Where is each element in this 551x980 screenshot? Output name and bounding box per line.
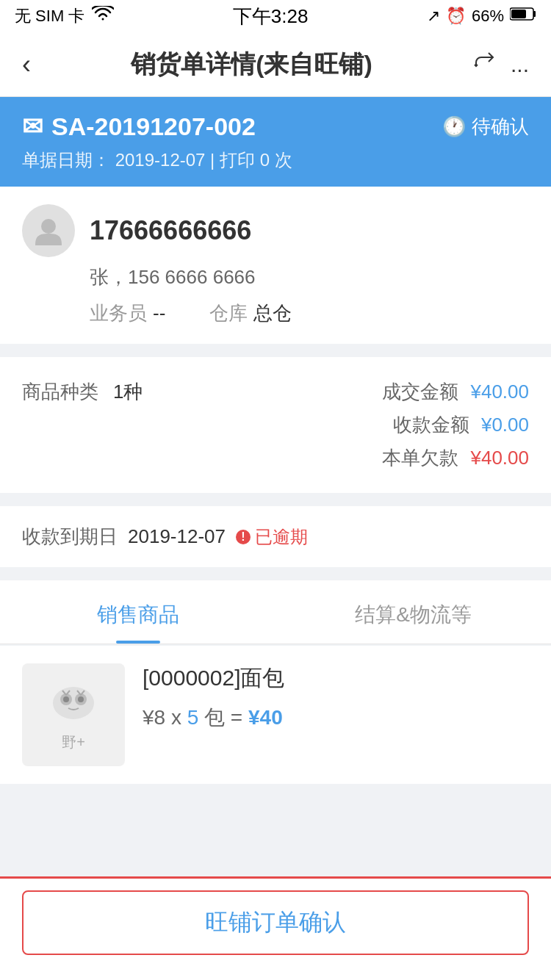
page-title: 销货单详情(来自旺铺) <box>131 48 372 82</box>
staff-info: 业务员 -- <box>90 300 165 326</box>
order-banner: ✉ SA-20191207-002 🕐 待确认 单据日期： 2019-12-07… <box>0 97 551 187</box>
status-carrier: 无 SIM 卡 <box>15 5 114 27</box>
svg-rect-2 <box>511 10 526 18</box>
customer-name: 张，156 6666 6666 <box>22 264 529 290</box>
alarm-icon: ⏰ <box>446 7 466 26</box>
wifi-icon <box>92 6 114 26</box>
divider-1 <box>0 345 551 357</box>
customer-avatar <box>22 204 75 257</box>
customer-meta: 业务员 -- 仓库 总仓 <box>22 300 529 326</box>
svg-rect-1 <box>533 11 536 17</box>
product-price: ¥8 x 5 包 = ¥40 <box>143 704 529 732</box>
battery-text: 66% <box>472 7 504 26</box>
nav-bar: ‹ 销货单详情(来自旺铺) ... <box>0 32 551 97</box>
share-button[interactable] <box>472 50 496 79</box>
location-icon: ↗ <box>427 7 440 26</box>
overdue-icon: ! <box>236 530 251 544</box>
order-number: ✉ SA-20191207-002 <box>22 112 256 141</box>
order-icon: ✉ <box>22 112 43 141</box>
tabs: 销售商品 结算&物流等 <box>0 580 551 644</box>
svg-point-3 <box>41 219 56 234</box>
customer-phone: 17666666666 <box>90 215 251 246</box>
product-name: [0000002]面包 <box>143 663 529 693</box>
tab-settlement[interactable]: 结算&物流等 <box>276 580 551 644</box>
carrier-text: 无 SIM 卡 <box>15 5 84 27</box>
product-item: 野+ [0000002]面包 ¥8 x 5 包 = ¥40 <box>0 646 551 784</box>
summary-section: 商品种类 1种 成交金额 ¥40.00 收款金额 ¥0.00 本单欠款 ¥40.… <box>0 357 551 493</box>
svg-point-7 <box>63 696 69 702</box>
product-image-icon <box>48 677 99 729</box>
divider-2 <box>0 494 551 506</box>
back-button[interactable]: ‹ <box>22 49 31 80</box>
product-type: 商品种类 1种 <box>22 379 143 405</box>
svg-point-4 <box>53 687 94 719</box>
status-time: 下午3:28 <box>233 4 309 29</box>
battery-icon <box>510 7 536 26</box>
svg-point-8 <box>78 696 84 702</box>
amounts: 成交金额 ¥40.00 收款金额 ¥0.00 本单欠款 ¥40.00 <box>382 379 529 471</box>
order-date: 单据日期： 2019-12-07 | 打印 0 次 <box>22 148 529 172</box>
confirm-order-button[interactable]: 旺铺订单确认 <box>22 890 529 955</box>
outstanding-amount: 本单欠款 ¥40.00 <box>382 445 529 471</box>
due-date-section: 收款到期日 2019-12-07 ! 已逾期 <box>0 506 551 567</box>
status-bar: 无 SIM 卡 下午3:28 ↗ ⏰ 66% <box>0 0 551 32</box>
status-icons: ↗ ⏰ 66% <box>427 7 536 26</box>
bottom-bar: 旺铺订单确认 <box>0 876 551 980</box>
product-info: [0000002]面包 ¥8 x 5 包 = ¥40 <box>143 663 529 732</box>
overdue-badge: ! 已逾期 <box>236 525 308 549</box>
warehouse-info: 仓库 总仓 <box>209 300 292 326</box>
product-image: 野+ <box>22 663 125 766</box>
customer-section: 17666666666 张，156 6666 6666 业务员 -- 仓库 总仓 <box>0 187 551 344</box>
more-button[interactable]: ... <box>511 52 529 77</box>
product-brand-text: 野+ <box>62 732 85 752</box>
divider-3 <box>0 569 551 580</box>
order-status: 🕐 待确认 <box>442 114 529 140</box>
transaction-amount: 成交金额 ¥40.00 <box>382 379 529 405</box>
nav-actions: ... <box>472 50 529 79</box>
status-clock-icon: 🕐 <box>442 115 466 138</box>
received-amount: 收款金额 ¥0.00 <box>393 412 529 438</box>
tab-products[interactable]: 销售商品 <box>0 580 276 644</box>
